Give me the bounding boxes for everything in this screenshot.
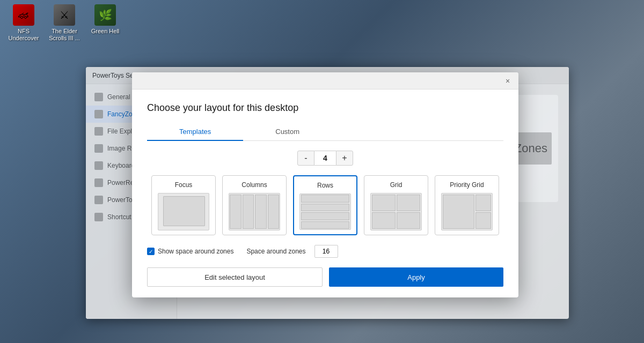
zone-count-plus[interactable]: + — [336, 151, 353, 166]
zone-count-value: 4 — [314, 151, 336, 166]
col-zone-1 — [230, 195, 241, 229]
desktop-icon-nfs[interactable]: 🏎 NFSUndercover — [6, 4, 41, 42]
zone-count-control: - 4 + — [147, 151, 503, 166]
tab-bar: Templates Custom — [147, 123, 503, 141]
priority-side-zone-1 — [475, 195, 491, 211]
bg-sidebar-label-general: General — [107, 93, 130, 101]
col-zone-2 — [243, 195, 254, 229]
gh-icon: 🌿 — [94, 4, 116, 26]
templates-grid: Focus Columns Rows — [147, 175, 503, 235]
template-rows-label: Rows — [317, 182, 333, 189]
powerrename-icon — [94, 178, 103, 187]
gh-label: Green Hell — [91, 28, 120, 35]
tes-icon: ⚔ — [54, 4, 75, 26]
template-focus-preview — [158, 193, 209, 230]
priority-side-zone-2 — [475, 212, 491, 229]
col-zone-3 — [255, 195, 267, 229]
template-columns[interactable]: Columns — [222, 175, 287, 235]
zone-count-minus[interactable]: - — [297, 151, 314, 166]
row-zone-1 — [301, 195, 349, 203]
modal-body: Choose your layout for this desktop Temp… — [132, 90, 518, 297]
template-grid-label: Grid — [390, 181, 402, 189]
grid-zone-2 — [397, 195, 420, 211]
priority-main-zone — [443, 195, 474, 229]
template-grid[interactable]: Grid — [364, 175, 428, 235]
grid-zone-3 — [372, 212, 396, 229]
apply-button[interactable]: Apply — [329, 267, 503, 287]
tab-templates[interactable]: Templates — [147, 123, 243, 141]
imageres-icon — [94, 144, 103, 153]
nfs-label: NFSUndercover — [9, 28, 39, 42]
desktop-icon-gh[interactable]: 🌿 Green Hell — [88, 4, 122, 42]
modal-titlebar: × — [132, 72, 518, 90]
grid-zone-4 — [397, 212, 420, 229]
layout-modal: × Choose your layout for this desktop Te… — [132, 72, 518, 297]
fileexplorer-icon — [94, 127, 103, 136]
general-icon — [94, 93, 103, 101]
powertoys-icon — [94, 196, 103, 204]
template-priority-grid[interactable]: Priority Grid — [435, 175, 499, 235]
shortcut-icon — [94, 213, 103, 221]
nfs-icon: 🏎 — [13, 4, 34, 26]
template-rows[interactable]: Rows — [293, 175, 357, 235]
template-focus[interactable]: Focus — [151, 175, 216, 235]
row-zone-2 — [301, 204, 349, 212]
focus-card-front — [163, 196, 205, 226]
space-around-input[interactable] — [314, 245, 338, 258]
action-buttons: Edit selected layout Apply — [147, 267, 503, 287]
template-rows-preview — [299, 193, 351, 230]
row-zone-3 — [301, 212, 349, 220]
template-columns-label: Columns — [241, 181, 267, 189]
modal-close-button[interactable]: × — [501, 74, 514, 87]
template-focus-label: Focus — [175, 181, 193, 189]
show-space-checkbox-wrap[interactable]: Show space around zones — [147, 248, 233, 255]
template-priority-grid-preview — [441, 193, 493, 230]
desktop-icons-container: 🏎 NFSUndercover ⚔ The ElderScrolls III .… — [6, 4, 122, 42]
show-space-checkbox[interactable] — [147, 248, 155, 255]
space-around-label: Space around zones — [246, 248, 305, 255]
template-columns-preview — [229, 193, 280, 230]
show-space-label: Show space around zones — [158, 248, 233, 255]
col-zone-4 — [268, 195, 280, 229]
keyboard-icon — [94, 161, 103, 170]
bottom-options: Show space around zones Space around zon… — [147, 245, 503, 258]
fancyzones-icon — [94, 110, 103, 118]
grid-zone-1 — [372, 195, 396, 211]
desktop-icon-tes[interactable]: ⚔ The ElderScrolls III ... — [47, 4, 82, 42]
edit-layout-button[interactable]: Edit selected layout — [147, 267, 323, 287]
tes-label: The ElderScrolls III ... — [49, 28, 79, 42]
template-priority-grid-label: Priority Grid — [450, 181, 484, 189]
row-zone-4 — [301, 221, 349, 229]
modal-title: Choose your layout for this desktop — [147, 102, 503, 114]
tab-custom[interactable]: Custom — [243, 123, 332, 141]
template-grid-preview — [370, 193, 422, 230]
